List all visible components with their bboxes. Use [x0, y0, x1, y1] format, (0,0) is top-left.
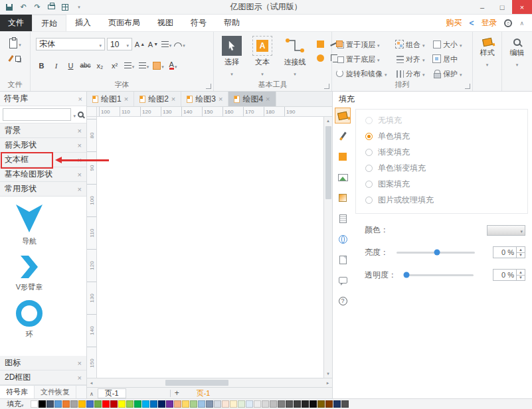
spin-up-icon[interactable]: ▲ — [517, 270, 525, 275]
section-close-icon[interactable] — [78, 185, 82, 194]
palette-color[interactable] — [62, 400, 70, 408]
palette-color[interactable] — [54, 400, 62, 408]
distribute-button[interactable]: 分布 — [396, 66, 425, 81]
palette-color[interactable] — [94, 400, 102, 408]
palette-color[interactable] — [254, 400, 261, 408]
palette-color[interactable] — [190, 400, 197, 408]
send-to-back-button[interactable]: 置于底层 — [336, 52, 387, 66]
doc-tab-drawing2[interactable]: 绘图2 — [134, 92, 181, 106]
palette-color[interactable] — [341, 400, 349, 408]
arrange-dialog-launcher-icon[interactable] — [465, 84, 470, 89]
spin-up-icon[interactable]: ▲ — [517, 247, 525, 252]
align-text-button[interactable] — [161, 39, 172, 50]
palette-color[interactable] — [286, 400, 293, 408]
fill-tool-button[interactable] — [335, 108, 351, 123]
customize-toolbar-icon[interactable] — [74, 3, 84, 12]
statusbar-fill-dropdown-icon[interactable] — [21, 400, 24, 409]
doc-tab-close-icon[interactable] — [171, 94, 175, 104]
section-close-icon[interactable] — [78, 170, 82, 179]
align-button[interactable]: 对齐 — [396, 52, 425, 66]
group-dropdown-icon[interactable] — [422, 41, 425, 48]
spin-down-icon[interactable]: ▼ — [517, 275, 525, 281]
strikethrough-button[interactable]: abc — [80, 60, 91, 71]
scroll-left-icon[interactable]: ◂ — [87, 378, 96, 387]
opacity-slider[interactable] — [404, 274, 474, 276]
arc-dropdown-icon[interactable] — [183, 41, 185, 48]
section-close-icon[interactable] — [78, 359, 82, 368]
undo-icon[interactable]: ↶ — [19, 3, 28, 12]
share-icon[interactable]: < — [469, 19, 474, 28]
drawing-canvas[interactable] — [97, 117, 323, 378]
palette-color[interactable] — [102, 400, 110, 408]
protect-dropdown-icon[interactable] — [460, 70, 462, 78]
palette-color[interactable] — [206, 400, 213, 408]
align-dropdown-icon[interactable] — [169, 41, 172, 48]
edit-dropdown-icon[interactable] — [516, 60, 519, 68]
align-dropdown-icon2[interactable] — [422, 55, 425, 63]
doc-tab-drawing4[interactable]: 绘图4 — [228, 92, 276, 106]
comment-tool-button[interactable] — [335, 272, 351, 288]
size-dropdown-icon[interactable] — [460, 41, 462, 48]
tools-dialog-launcher-icon[interactable] — [324, 84, 329, 89]
palette-color[interactable] — [158, 400, 165, 408]
palette-color[interactable] — [198, 400, 205, 408]
underline-button[interactable]: U — [65, 60, 76, 71]
font-color-dropdown-icon[interactable] — [175, 62, 177, 70]
library-section-basic-drawing-shapes[interactable]: 基本绘图形状 — [0, 167, 86, 182]
file-menu-tab[interactable]: 文件 — [0, 15, 32, 31]
horizontal-scrollbar[interactable]: ◂ ▸ — [87, 378, 332, 387]
highlight-color-button[interactable] — [153, 60, 164, 71]
increase-font-button[interactable]: A▲ — [134, 39, 145, 50]
protect-button[interactable]: 保护 — [433, 66, 462, 81]
font-color-button[interactable]: A — [167, 60, 179, 71]
option-gradient-fill[interactable]: 渐变填充 — [356, 144, 527, 160]
scroll-down-icon[interactable]: ▾ — [324, 370, 332, 378]
shadow-tool-button[interactable] — [335, 149, 351, 165]
palette-color[interactable] — [182, 400, 189, 408]
line-tool-button[interactable] — [335, 128, 351, 144]
brightness-slider[interactable] — [397, 252, 475, 254]
color-swatch-button[interactable] — [487, 225, 525, 236]
doc-tab-drawing1[interactable]: 绘图1 — [87, 92, 134, 106]
save-icon[interactable] — [5, 3, 14, 12]
library-section-arrow-shapes[interactable]: 箭头形状 — [0, 138, 86, 153]
bring-to-front-button[interactable]: 置于顶层 — [336, 37, 387, 52]
tab-symbols[interactable]: 符号 — [182, 15, 215, 31]
palette-color[interactable] — [142, 400, 149, 408]
tab-insert[interactable]: 插入 — [66, 15, 100, 31]
palette-color[interactable] — [317, 400, 325, 408]
palette-color[interactable] — [238, 400, 245, 408]
h-scroll-thumb[interactable] — [165, 380, 228, 386]
connector-tool-button[interactable]: 连接线 — [280, 36, 310, 78]
spin-down-icon[interactable]: ▼ — [517, 252, 525, 258]
bold-button[interactable]: B — [36, 60, 47, 71]
v-scroll-thumb[interactable] — [325, 126, 331, 199]
group-button[interactable]: 组合 — [396, 37, 425, 52]
select-tool-button[interactable]: 选择 — [219, 36, 244, 78]
palette-color[interactable] — [46, 400, 54, 408]
option-pattern-fill[interactable]: 图案填充 — [356, 176, 527, 192]
palette-color[interactable] — [262, 400, 269, 408]
shape-ring[interactable]: 环 — [5, 300, 53, 339]
settings-gear-icon[interactable] — [504, 19, 512, 27]
gradient-tool-button[interactable] — [335, 190, 351, 206]
palette-color[interactable] — [214, 400, 221, 408]
opacity-value-box[interactable]: 0 %▲▼ — [493, 269, 525, 281]
library-close-icon[interactable] — [78, 94, 82, 104]
palette-color[interactable] — [222, 400, 229, 408]
vertical-scrollbar[interactable]: ▴ ▾ — [323, 117, 332, 378]
page-setup-tool-button[interactable] — [335, 252, 351, 268]
palette-color[interactable] — [134, 400, 141, 408]
palette-color[interactable] — [174, 400, 181, 408]
redo-icon[interactable]: ↷ — [33, 3, 42, 12]
section-close-icon[interactable] — [78, 141, 82, 150]
option-picture-texture-fill[interactable]: 图片或纹理填充 — [356, 192, 527, 208]
text-dropdown-icon[interactable] — [261, 68, 264, 78]
library-section-common-shapes[interactable]: 常用形状 — [0, 182, 86, 197]
palette-color[interactable] — [70, 400, 78, 408]
palette-color[interactable] — [302, 400, 309, 408]
italic-button[interactable]: I — [50, 60, 62, 71]
library-section-background[interactable]: 背景 — [0, 123, 86, 138]
shape-v-chevron[interactable]: V形臂章 — [5, 254, 53, 292]
scroll-up-icon[interactable]: ▴ — [324, 117, 332, 125]
